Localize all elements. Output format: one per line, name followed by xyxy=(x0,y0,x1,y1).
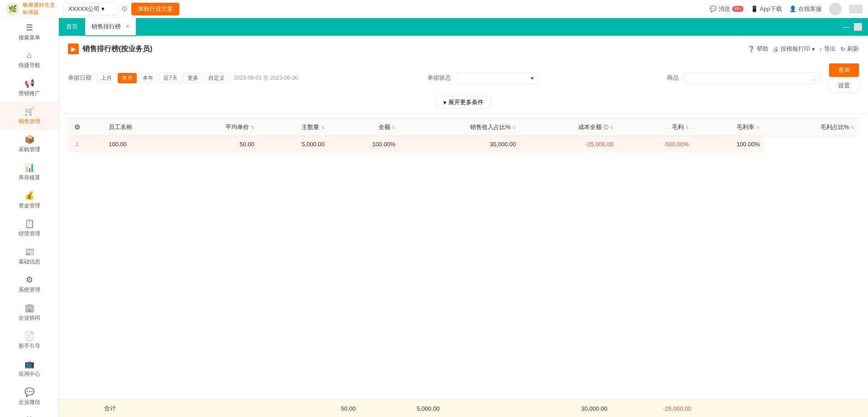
sidebar-item-label: 销售管理 xyxy=(19,118,40,125)
col-settings[interactable]: ⚙ xyxy=(68,119,86,136)
logo-icon: 🌿 xyxy=(5,2,20,16)
col-avg-price[interactable]: 平均单价 ⇅ xyxy=(176,119,259,136)
sidebar-item-label: 系统管理 xyxy=(19,286,40,294)
marketing-icon: 📢 xyxy=(24,78,34,88)
filter-row-main: 单据日期 上月 本月 本年 近7天 更多 自定义 2023-06-01 至 20… xyxy=(68,63,859,92)
logo-area: 🌿 畅康通好生意 标准版 xyxy=(5,2,63,16)
page-actions: ❓ 帮助 🖨 按模板打印 ▾ ↑ 导出 ↻ xyxy=(748,45,859,53)
goods-label: 商品 xyxy=(667,74,679,82)
top-right-actions: 💬 消息 99+ 📱 App下载 👤 在线客服 xyxy=(710,3,863,15)
footer-qty: 50.00 xyxy=(272,405,355,412)
status-chevron-icon: ▾ xyxy=(531,75,534,81)
footer-label: 合计 xyxy=(104,404,188,412)
download-icon: 📱 xyxy=(751,5,758,12)
sidebar-item-quicknav[interactable]: ⌂ 快捷导航 xyxy=(0,46,58,74)
col-cost-amount[interactable]: 成本全额 ⓘ ⇅ xyxy=(520,119,618,136)
settings-button[interactable]: 设置 xyxy=(829,79,859,92)
col-rank xyxy=(86,119,104,136)
trial-button[interactable]: 体验行业方案 xyxy=(131,3,179,15)
goods-input[interactable]: ... xyxy=(684,72,820,84)
cell-cost-amount: 30,000.00 xyxy=(400,136,520,153)
footer-cost-amount: 30,000.00 xyxy=(523,405,607,412)
tab-bar: 首页 销售排行榜 ✕ — ⬜ xyxy=(59,18,868,36)
expand-more-button[interactable]: ▾ 展开更多条件 xyxy=(436,96,491,109)
col-qty[interactable]: 主数量 ⇅ xyxy=(259,119,329,136)
date-range-display: 2023-06-01 至 2023-06-30 xyxy=(234,74,298,82)
sidebar-item-capital[interactable]: 💰 资金管理 xyxy=(0,186,58,214)
sidebar-item-label: 企业协同 xyxy=(19,314,40,322)
footer-amount: 5,000.00 xyxy=(356,405,440,412)
content-body: ▶ 销售排行榜(按业务员) ❓ 帮助 🖨 按模板打印 ▾ xyxy=(59,36,868,417)
message-button[interactable]: 💬 消息 99+ xyxy=(710,5,743,13)
sidebar-item-marketing[interactable]: 📢 营销推广 xyxy=(0,74,58,102)
sidebar-item-basic[interactable]: 📰 基础信息 xyxy=(0,242,58,270)
tab-maximize-icon[interactable]: ⬜ xyxy=(854,23,863,31)
date-btn-this-month[interactable]: 本月 xyxy=(118,73,137,83)
col-amount[interactable]: 全额 ⇅ xyxy=(329,119,400,136)
sort-icon: ⇅ xyxy=(512,125,516,130)
sort-icon: ⇅ xyxy=(392,125,395,130)
tab-close-icon[interactable]: ✕ xyxy=(125,24,129,29)
refresh-button[interactable]: ↻ 刷新 xyxy=(840,45,859,53)
sidebar-item-sales[interactable]: 🛒 销售管理 xyxy=(0,102,58,130)
expand-icon: ▾ xyxy=(443,99,446,106)
tab-minimize-icon[interactable]: — xyxy=(843,23,850,31)
sidebar-item-system[interactable]: ⚙ 系统管理 xyxy=(0,270,58,298)
export-button[interactable]: ↑ 导出 xyxy=(820,45,836,53)
sidebar-item-inventory[interactable]: 📊 库存核算 xyxy=(0,158,58,186)
date-btn-custom[interactable]: 自定义 xyxy=(204,73,229,83)
sidebar-item-search[interactable]: ☰ 搜索菜单 xyxy=(0,18,58,46)
sidebar-item-label: 经营管理 xyxy=(19,230,40,238)
date-btn-more[interactable]: 更多 xyxy=(183,73,202,83)
date-btn-last-month[interactable]: 上月 xyxy=(97,73,116,83)
sort-icon: ⇅ xyxy=(610,125,614,130)
company-selector[interactable]: XXXXX公司 ▾ xyxy=(63,3,118,15)
online-service-button[interactable]: 👤 在线客服 xyxy=(789,5,822,13)
member-icon: V xyxy=(27,415,31,417)
table-settings-icon[interactable]: ⚙ xyxy=(74,123,80,131)
sidebar-item-label: 资金管理 xyxy=(19,202,40,210)
help-button[interactable]: ❓ 帮助 xyxy=(748,45,768,53)
sidebar-item-enterprise[interactable]: 🏢 企业协同 xyxy=(0,298,58,326)
user-avatar[interactable] xyxy=(829,3,842,15)
date-btn-7days[interactable]: 近7天 xyxy=(159,73,182,83)
col-gross[interactable]: 毛利 ⇅ xyxy=(618,119,693,136)
date-btn-this-year[interactable]: 本年 xyxy=(139,73,158,83)
query-button[interactable]: 查询 xyxy=(829,63,859,77)
col-gross-pct[interactable]: 毛利占比% ⇅ xyxy=(764,119,859,136)
sidebar: ☰ 搜索菜单 ⌂ 快捷导航 📢 营销推广 🛒 销售管理 📦 采购管理 📊 库 xyxy=(0,18,59,417)
sidebar-item-purchase[interactable]: 📦 采购管理 xyxy=(0,130,58,158)
sidebar-item-member[interactable]: V 畅会员 xyxy=(0,411,58,417)
sidebar-item-appcenter[interactable]: 📺 应用中心 xyxy=(0,355,58,383)
sidebar-item-label: 库存核算 xyxy=(19,174,40,182)
svg-text:🌿: 🌿 xyxy=(8,5,17,13)
sidebar-item-guide[interactable]: 📄 新手引导 xyxy=(0,326,58,355)
sort-icon: ⇅ xyxy=(321,125,325,130)
sidebar-item-label: 企业微信 xyxy=(19,398,40,406)
settings-icon[interactable]: ⚙ xyxy=(121,5,128,13)
appcenter-icon: 📺 xyxy=(24,359,34,369)
data-table: ⚙ 员工名称 平均单价 ⇅ 主数量 ⇅ 全额 ⇅ 销售收入占比% ⇅ 成本全额 … xyxy=(68,118,859,153)
wechat-icon: 💬 xyxy=(24,387,34,397)
print-chevron-icon: ▾ xyxy=(812,46,815,53)
service-icon: 👤 xyxy=(789,5,796,12)
col-name: 员工名称 xyxy=(104,119,176,136)
sidebar-item-label: 基础信息 xyxy=(19,258,40,266)
col-gross-rate[interactable]: 毛利率 ⇅ xyxy=(693,119,764,136)
sidebar-item-wechat[interactable]: 💬 企业微信 xyxy=(0,383,58,411)
status-select[interactable]: ▾ xyxy=(456,72,538,84)
collapse-filter-btn[interactable]: ▶ xyxy=(68,43,79,54)
tab-sales-ranking[interactable]: 销售排行榜 ✕ xyxy=(85,18,136,36)
print-icon: 🖨 xyxy=(773,46,779,53)
tab-home[interactable]: 首页 xyxy=(59,18,85,36)
footer-area: 合计 50.00 5,000.00 30,000.00 -25,000.00 xyxy=(59,399,868,417)
sidebar-item-operations[interactable]: 📋 经营管理 xyxy=(0,214,58,242)
col-sales-pct[interactable]: 销售收入占比% ⇅ xyxy=(400,119,520,136)
app-download-button[interactable]: 📱 App下载 xyxy=(751,5,782,13)
cell-gross: -25,000.00 xyxy=(520,136,618,153)
purchase-icon: 📦 xyxy=(24,134,34,144)
template-print-button[interactable]: 🖨 按模板打印 ▾ xyxy=(773,45,815,53)
sales-icon: 🛒 xyxy=(24,106,34,116)
cell-name xyxy=(86,136,104,153)
capital-icon: 💰 xyxy=(24,191,34,201)
